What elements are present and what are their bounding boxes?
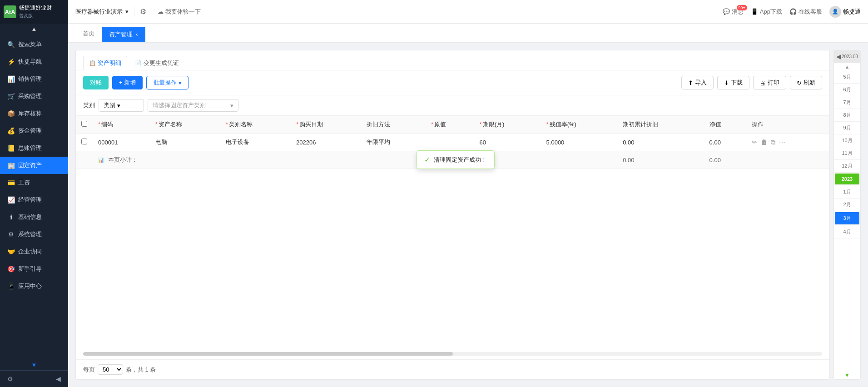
- topbar-right: 💬 消息 99+ 📱 App下载 🎧 在线客服 👤 畅捷通: [723, 6, 861, 18]
- sidebar-item-fixed-assets[interactable]: 🏢 固定资产: [0, 157, 68, 174]
- sidebar-item-basic-info[interactable]: ℹ 基础信息: [0, 208, 68, 226]
- copy-icon[interactable]: ⧉: [771, 139, 775, 146]
- sidebar-item-label: 资金管理: [18, 127, 42, 135]
- pagination: 每页 50 10 20 100 条，共 1 条: [76, 359, 829, 379]
- sub-tab-asset-detail[interactable]: 📋 资产明细: [83, 56, 127, 70]
- capital-icon: 💰: [7, 127, 15, 134]
- timeline-month-10[interactable]: 10月: [834, 134, 860, 147]
- user-menu[interactable]: 👤 畅捷通: [829, 6, 861, 18]
- sidebar-scroll-up[interactable]: ▲: [0, 24, 68, 34]
- per-page-select[interactable]: 50 10 20 100: [98, 364, 123, 375]
- timeline-month-9[interactable]: 9月: [834, 122, 860, 134]
- general-ledger-icon: 📒: [7, 144, 15, 152]
- experience-button[interactable]: ☁ 我要体验一下: [158, 8, 201, 16]
- import-button[interactable]: ⬆ 导入: [681, 76, 714, 89]
- subtotal-net: 0.00: [704, 151, 746, 169]
- sidebar-scroll-down[interactable]: ▼: [0, 360, 68, 370]
- category-value-select[interactable]: 请选择固定资产类别 ▾: [148, 99, 238, 112]
- sidebar-item-system[interactable]: ⚙ 系统管理: [0, 226, 68, 243]
- select-all-checkbox[interactable]: [81, 121, 87, 127]
- timeline-month-4[interactable]: 4月: [834, 226, 860, 238]
- app-download-button[interactable]: 📱 App下载: [751, 8, 782, 16]
- table-header-row: *编码 *资产名称 *类别名称 *购买日期 折旧方法 *原值 *期限(月) *残…: [76, 116, 829, 134]
- row-checkbox[interactable]: [81, 139, 87, 144]
- table-row: 000001 电脑 电子设备 202206 年限平均 60 5.0000 0.0…: [76, 134, 829, 151]
- timeline-month-2[interactable]: 2月: [834, 198, 860, 211]
- message-badge: 99+: [737, 5, 747, 10]
- timeline-month-8[interactable]: 8月: [834, 109, 860, 122]
- sidebar-item-app-center[interactable]: 📱 应用中心: [0, 278, 68, 295]
- new-button[interactable]: + 新增: [112, 76, 143, 89]
- timeline-year-2023[interactable]: 2023: [835, 174, 859, 185]
- timeline-month-11[interactable]: 11月: [834, 147, 860, 160]
- col-category-name: *类别名称: [220, 116, 291, 134]
- timeline-scroll-up[interactable]: ▲: [834, 63, 860, 71]
- sidebar-item-operations[interactable]: 📈 经营管理: [0, 191, 68, 208]
- timeline-month-7[interactable]: 7月: [834, 96, 860, 109]
- timeline-month-1[interactable]: 1月: [834, 186, 860, 198]
- sidebar-item-quick-nav[interactable]: ⚡ 快捷导航: [0, 53, 68, 70]
- horizontal-scrollbar[interactable]: [83, 352, 822, 356]
- company-selector[interactable]: 医疗器械行业演示 ▾: [75, 8, 129, 16]
- row-initial-accumulated: 0.00: [617, 134, 704, 151]
- sidebar-item-general-ledger[interactable]: 📒 总账管理: [0, 139, 68, 157]
- tab-close-icon[interactable]: ×: [135, 32, 138, 37]
- online-service-button[interactable]: 🎧 在线客服: [789, 8, 822, 16]
- print-button[interactable]: 🖨 打印: [753, 76, 786, 89]
- timeline-month-6[interactable]: 6月: [834, 84, 860, 96]
- row-checkbox-cell[interactable]: [76, 134, 93, 151]
- refresh-button[interactable]: ↻ 刷新: [790, 76, 822, 89]
- row-net-value: 0.00: [704, 134, 746, 151]
- delete-icon[interactable]: 🗑: [761, 139, 767, 146]
- category-type-select[interactable]: 类别 ▾: [99, 99, 144, 112]
- sidebar-item-search[interactable]: 🔍 搜索菜单: [0, 36, 68, 53]
- filter-dropdown-icon: ▾: [230, 102, 233, 109]
- topbar: 医疗器械行业演示 ▾ ⚙ ☁ 我要体验一下 💬 消息 99+ 📱 App下载 🎧…: [68, 0, 868, 24]
- settings-icon[interactable]: ⚙: [7, 375, 13, 382]
- timeline-scroll-down[interactable]: ▼: [834, 371, 860, 379]
- sidebar-item-guide[interactable]: 🎯 新手引导: [0, 260, 68, 278]
- col-code: *编码: [93, 116, 150, 134]
- sidebar-item-label: 应用中心: [18, 282, 42, 290]
- timeline-month-5[interactable]: 5月: [834, 71, 860, 84]
- more-icon[interactable]: ⋯: [779, 139, 785, 146]
- select-all-checkbox-cell[interactable]: [76, 116, 93, 134]
- edit-icon[interactable]: ✏: [752, 139, 757, 146]
- sidebar-item-label: 搜索菜单: [18, 40, 42, 49]
- col-asset-name: *资产名称: [150, 116, 220, 134]
- row-purchase-date: 202206: [291, 134, 361, 151]
- sidebar-item-purchase[interactable]: 🛒 采购管理: [0, 88, 68, 105]
- tab-home[interactable]: 首页: [75, 26, 102, 42]
- download-button[interactable]: ⬇ 下载: [717, 76, 749, 89]
- settings-gear-icon[interactable]: ⚙: [140, 7, 146, 16]
- subtotal-label: 📊 本页小计：: [93, 151, 426, 169]
- sidebar-item-label: 库存核算: [18, 109, 42, 118]
- collapse-icon[interactable]: ◀: [56, 375, 61, 382]
- app-title: 畅捷通好业财: [19, 5, 52, 12]
- page-content: 📋 资产明细 📄 变更生成凭证 对账 + 新增 批量操作 ▾: [68, 43, 868, 387]
- timeline-header[interactable]: ◀ 2023.03: [834, 50, 860, 63]
- sidebar-item-payroll[interactable]: 💳 工资: [0, 174, 68, 191]
- payroll-icon: 💳: [7, 179, 15, 186]
- sidebar-item-label: 销售管理: [18, 75, 42, 83]
- sidebar-item-capital[interactable]: 💰 资金管理: [0, 122, 68, 139]
- sidebar-item-enterprise[interactable]: 🤝 企业协同: [0, 243, 68, 260]
- sidebar-item-sales[interactable]: 📊 销售管理: [0, 70, 68, 88]
- timeline-month-12[interactable]: 12月: [834, 160, 860, 173]
- message-button[interactable]: 💬 消息 99+: [723, 8, 744, 16]
- reconcile-button[interactable]: 对账: [83, 76, 109, 89]
- sub-tabs: 📋 资产明细 📄 变更生成凭证: [76, 50, 829, 70]
- experience-label: 我要体验一下: [165, 8, 201, 16]
- guide-icon: 🎯: [7, 265, 15, 273]
- sidebar-nav: 🔍 搜索菜单 ⚡ 快捷导航 📊 销售管理 🛒 采购管理 📦 库存核算 💰 资金管…: [0, 34, 68, 360]
- timeline-month-3-current[interactable]: 3月: [835, 212, 859, 225]
- tab-asset-management[interactable]: 资产管理 ×: [102, 27, 145, 42]
- sidebar-item-inventory[interactable]: 📦 库存核算: [0, 105, 68, 122]
- main-area: 医疗器械行业演示 ▾ ⚙ ☁ 我要体验一下 💬 消息 99+ 📱 App下载 🎧…: [68, 0, 868, 387]
- batch-button[interactable]: 批量操作 ▾: [146, 76, 188, 89]
- basic-info-icon: ℹ: [7, 213, 15, 221]
- topbar-divider2: [152, 7, 152, 16]
- total-text: 条，共 1 条: [126, 366, 156, 374]
- sub-tab-change-voucher[interactable]: 📄 变更生成凭证: [129, 56, 185, 70]
- online-service-label: 在线客服: [799, 8, 822, 16]
